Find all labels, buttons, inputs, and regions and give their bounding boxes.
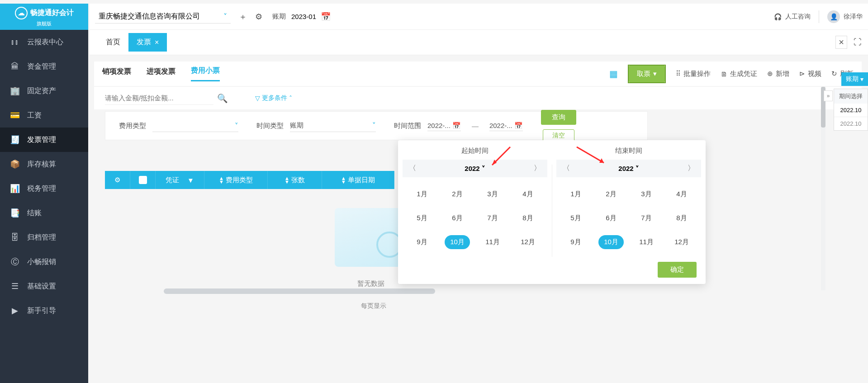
month-cell[interactable]: 11月 — [475, 235, 510, 249]
refresh-icon: ↻ — [831, 70, 837, 78]
th-type[interactable]: ▲▼费用类型 — [204, 171, 268, 189]
month-cell[interactable]: 6月 — [440, 211, 475, 225]
period-toggle-button[interactable]: 账期▾ — [841, 72, 868, 86]
tab-home[interactable]: 首页 — [98, 33, 128, 52]
prev-year-icon[interactable]: 〈 — [409, 164, 416, 173]
add-button[interactable]: ⊕新增 — [767, 70, 789, 78]
month-cell[interactable]: 10月 — [598, 235, 624, 249]
gear-icon[interactable]: ⚙ — [255, 12, 262, 22]
month-cell[interactable]: 1月 — [404, 187, 440, 201]
month-cell[interactable]: 8月 — [510, 211, 545, 225]
month-cell[interactable]: 1月 — [558, 187, 593, 201]
month-cell[interactable]: 11月 — [629, 235, 664, 249]
video-button[interactable]: ⊳视频 — [799, 70, 821, 78]
month-cell[interactable]: 4月 — [510, 187, 545, 201]
month-cell[interactable]: 7月 — [475, 211, 510, 225]
nav-salary[interactable]: 💳工资 — [0, 103, 88, 128]
more-conditions-toggle[interactable]: ▽ 更多条件 ˄ — [255, 94, 292, 102]
th-voucher[interactable]: 凭证▼ — [156, 171, 204, 189]
sort-icon: ▲▼ — [341, 176, 346, 184]
box-icon: 📦 — [10, 159, 20, 169]
tax-icon: 📊 — [10, 184, 20, 194]
tab-bar: 首页 发票 × × ⛶ — [90, 30, 868, 55]
user-menu[interactable]: 👤 徐泽华 — [827, 10, 863, 23]
month-cell[interactable]: 3月 — [629, 187, 664, 201]
close-icon[interactable]: × — [155, 38, 159, 47]
next-year-icon[interactable]: 〉 — [534, 164, 541, 173]
month-cell[interactable]: 6月 — [593, 211, 629, 225]
start-year-value[interactable]: 2022˅ — [465, 165, 485, 173]
month-cell[interactable]: 7月 — [629, 211, 664, 225]
collapse-handle[interactable]: » — [824, 90, 833, 101]
nav-asset[interactable]: 🏢固定资产 — [0, 79, 88, 103]
month-cell[interactable]: 9月 — [558, 235, 593, 249]
next-year-icon[interactable]: 〉 — [688, 164, 695, 173]
qrcode-icon[interactable]: ▦ — [609, 68, 618, 79]
gen-voucher-button[interactable]: 🗎生成凭证 — [721, 70, 757, 78]
start-year-selector: 〈 2022˅ 〉 — [403, 160, 547, 177]
nav-stock[interactable]: 📦库存核算 — [0, 152, 88, 176]
search-input[interactable] — [105, 91, 213, 105]
month-cell[interactable]: 2月 — [593, 187, 629, 201]
tab-invoice[interactable]: 发票 × — [128, 33, 167, 52]
th-settings[interactable]: ⚙ — [105, 171, 130, 189]
subtab-in[interactable]: 进项发票 — [147, 67, 175, 81]
month-cell[interactable]: 12月 — [664, 235, 699, 249]
chart-icon: ⫾⫾ — [10, 38, 20, 47]
nav-fund[interactable]: 🏛资金管理 — [0, 54, 88, 79]
th-date[interactable]: ▲▼单据日期 — [322, 171, 394, 189]
nav-invoice[interactable]: 🧾发票管理 — [0, 128, 88, 152]
subtab-expense[interactable]: 费用小票 — [191, 66, 220, 81]
nav-guide[interactable]: ▶新手引导 — [0, 298, 88, 323]
month-cell[interactable]: 12月 — [510, 235, 545, 249]
fetch-button[interactable]: 取票▾ — [629, 66, 665, 82]
th-qty[interactable]: ▲▼张数 — [268, 171, 322, 189]
query-button[interactable]: 查询 — [541, 110, 576, 125]
nav-archive[interactable]: 🗄归档管理 — [0, 225, 88, 250]
period-panel-title: 期间选择 — [834, 89, 868, 104]
period-from[interactable]: 2022.10 — [834, 104, 868, 117]
nav-close[interactable]: 📑结账 — [0, 201, 88, 225]
period-label: 账期 — [272, 12, 286, 21]
date-to-input[interactable]: 2022-...📅 — [489, 121, 523, 131]
horizontal-scrollbar[interactable] — [164, 288, 435, 294]
nav-report[interactable]: ⫾⫾云报表中心 — [0, 30, 88, 54]
caret-down-icon: ▾ — [653, 70, 657, 78]
calendar-icon: 📅 — [514, 122, 523, 130]
month-cell[interactable]: 10月 — [445, 235, 470, 249]
confirm-button[interactable]: 确定 — [658, 262, 697, 278]
nav-base[interactable]: ☰基础设置 — [0, 274, 88, 298]
nav-tax[interactable]: 📊税务管理 — [0, 176, 88, 201]
batch-button[interactable]: ⠿批量操作 — [676, 70, 711, 78]
calendar-icon[interactable]: 📅 — [321, 12, 331, 22]
month-cell[interactable]: 5月 — [404, 211, 440, 225]
nav-xiaochang[interactable]: Ⓒ小畅报销 — [0, 250, 88, 274]
period-to[interactable]: 2022.10 — [834, 117, 868, 130]
subtab-out[interactable]: 销项发票 — [102, 67, 131, 81]
end-year-value[interactable]: 2022˅ — [618, 165, 639, 173]
month-cell[interactable]: 9月 — [404, 235, 440, 249]
fullscreen-icon[interactable]: ⛶ — [854, 38, 862, 47]
month-cell[interactable]: 3月 — [475, 187, 510, 201]
condition-panel: 费用类型 ˅ 时间类型 账期˅ 时间范围 2022-...📅 — 2022-..… — [105, 111, 648, 140]
month-cell[interactable]: 2月 — [440, 187, 475, 201]
add-icon[interactable]: ＋ — [239, 11, 247, 22]
company-selector[interactable]: 重庆畅捷交通信息咨询有限公司 ˅ — [95, 10, 231, 24]
date-from-input[interactable]: 2022-...📅 — [427, 121, 461, 131]
chevron-down-icon: ˅ — [223, 12, 227, 21]
month-cell[interactable]: 8月 — [664, 211, 699, 225]
topbar: 重庆畅捷交通信息咨询有限公司 ˅ ＋ ⚙ 账期 2023-01 📅 🎧 人工咨询… — [90, 4, 868, 30]
expense-type-select[interactable]: ˅ — [152, 120, 238, 132]
sort-icon: ▲▼ — [285, 176, 289, 184]
month-cell[interactable]: 4月 — [664, 187, 699, 201]
consult-link[interactable]: 🎧 人工咨询 — [774, 13, 811, 21]
prev-year-icon[interactable]: 〈 — [563, 164, 570, 173]
filter-icon: ▼ — [187, 176, 194, 184]
close-all-icon[interactable]: × — [835, 36, 847, 49]
search-icon[interactable]: 🔍 — [217, 93, 228, 104]
company-name: 重庆畅捷交通信息咨询有限公司 — [99, 12, 200, 21]
th-checkbox[interactable] — [130, 171, 156, 189]
month-cell[interactable]: 5月 — [558, 211, 593, 225]
time-type-select[interactable]: 账期˅ — [290, 119, 376, 132]
reimburse-icon: Ⓒ — [10, 256, 20, 267]
